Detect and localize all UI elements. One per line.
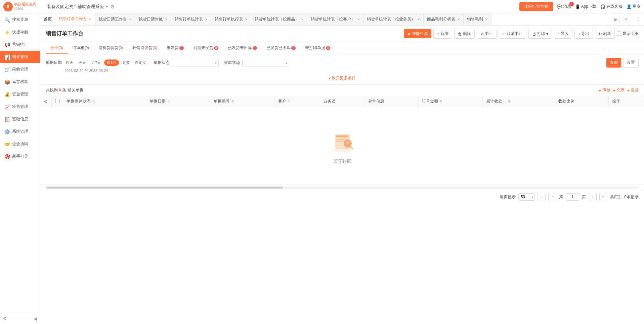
settings-icon[interactable]: ⚙: [110, 4, 115, 9]
last-page-btn[interactable]: »: [599, 193, 607, 201]
prev-page-btn[interactable]: ‹: [548, 193, 556, 201]
first-page-btn[interactable]: «: [538, 193, 546, 201]
next-page-btn[interactable]: ›: [589, 193, 597, 201]
tab-product-margin[interactable]: 商品毛利分析表 ✕: [424, 13, 464, 26]
tab-sales-by-staff[interactable]: 销货单统计表（按业务员） ✕: [363, 13, 424, 26]
tab-cash-check[interactable]: 钱货日清对账 ✕: [135, 13, 171, 26]
tab-sales-gross[interactable]: 销售毛利 ✕: [464, 13, 491, 26]
sidebar-item-marketing[interactable]: 📢 营销推广: [0, 38, 40, 51]
tab-sales-stat[interactable]: 销售订单统计表 ✕: [171, 13, 211, 26]
select-all-checkbox[interactable]: [55, 99, 59, 103]
sidebar-item-finance[interactable]: 💰 资金管理: [0, 88, 40, 100]
status-select[interactable]: [172, 59, 219, 67]
add-button[interactable]: + 新增: [433, 29, 452, 39]
tab-scroll-right[interactable]: ▶: [612, 13, 620, 26]
settings-bottom-icon[interactable]: ⚙: [3, 316, 7, 321]
sidebar-item-purchase[interactable]: 🛒 采购管理: [0, 63, 40, 76]
page-size-select[interactable]: 50 100 200: [518, 193, 535, 201]
sub-tab-shipped-out[interactable]: 已发货已出库0: [262, 42, 300, 54]
export-button[interactable]: ↓ 导出: [574, 29, 593, 39]
cancel-stop-button[interactable]: ↩ 取消中止: [499, 29, 526, 39]
sidebar-item-guide[interactable]: 🎯 新手引导: [0, 150, 40, 163]
sub-tab-shipped-not-out[interactable]: 已发货未出库0: [223, 42, 262, 54]
col-amount-sort[interactable]: ⇅: [440, 99, 442, 103]
tab-home[interactable]: 首页: [40, 13, 55, 26]
import-button[interactable]: ↑ 导入: [554, 29, 572, 39]
horizontal-scroll[interactable]: [40, 185, 644, 190]
tab-cash-daily-close[interactable]: ✕: [129, 17, 132, 21]
sub-tab-pending-review[interactable]: 待审核(0): [68, 42, 93, 54]
date-1month[interactable]: 近1月: [104, 59, 119, 66]
app-download-button[interactable]: 📱 App下载: [575, 4, 596, 9]
refresh-button[interactable]: ↻ 刷新: [595, 29, 615, 39]
print-button[interactable]: 🖨 打印 ▾: [528, 29, 552, 39]
sidebar-item-search[interactable]: 🔍 搜索菜单: [0, 13, 40, 26]
sidebar-item-quick-nav[interactable]: ⚡ 快捷导航: [0, 26, 40, 38]
show-detail-checkbox[interactable]: [617, 32, 621, 36]
tab-sales-exec[interactable]: 销售订单执行表 ✕: [211, 13, 251, 26]
table-container: ⚙ 单据整体状态 ⇅ 单据日期: [40, 96, 644, 107]
user-button[interactable]: 👤 用友: [627, 4, 641, 9]
query-button[interactable]: 查询: [606, 58, 621, 68]
date-7days[interactable]: 近7天: [89, 59, 103, 66]
tab-cash-check-close[interactable]: ✕: [165, 17, 168, 21]
col-number-sort[interactable]: ⇅: [232, 99, 234, 103]
show-detail-toggle[interactable]: 显示明细: [617, 31, 639, 37]
delete-button[interactable]: 🗑 删除: [454, 29, 475, 39]
sub-tab-pending-inspect[interactable]: 待拣货验货(0): [94, 42, 128, 54]
tab-sales-by-product[interactable]: 销货单统计表（按商品） ✕: [251, 13, 307, 26]
date-custom[interactable]: 自定义: [133, 59, 148, 66]
tab-close-all[interactable]: ✕: [620, 13, 632, 26]
sub-tab-not-printed[interactable]: 未打印单据0: [300, 42, 335, 54]
tab-sales-by-customer-close[interactable]: ✕: [357, 17, 360, 21]
ship-button[interactable]: ● 发货: [627, 87, 639, 93]
sidebar-item-inventory[interactable]: 📦 库存核算: [0, 76, 40, 88]
expand-button[interactable]: ▾ 展开更多条件: [329, 75, 356, 81]
sub-tab-not-shipped[interactable]: 未发货0: [162, 42, 188, 54]
stop-button[interactable]: ⊘ 中止: [477, 29, 497, 39]
sub-tab-all[interactable]: 全部(0): [46, 42, 68, 54]
col-customer-sort[interactable]: ⇅: [288, 99, 291, 103]
settings-button[interactable]: 设置: [623, 58, 639, 68]
gear-settings-icon[interactable]: ⚙: [44, 99, 48, 104]
export-label: 导出: [581, 31, 589, 37]
tab-sales-workbench[interactable]: 销售订单工作台 ✕: [55, 13, 95, 26]
message-button[interactable]: 💬 消息 6: [557, 4, 571, 9]
date-today[interactable]: 今天: [77, 59, 88, 66]
date-more[interactable]: 更多: [120, 59, 132, 66]
tab-sales-by-staff-close[interactable]: ✕: [417, 17, 420, 21]
tab-sales-by-product-close[interactable]: ✕: [301, 17, 304, 21]
tab-sales-stat-label: 销售订单统计表: [175, 16, 203, 22]
payment-select[interactable]: [242, 59, 289, 67]
sidebar-item-sales[interactable]: 📊 销售管理: [0, 51, 40, 63]
tab-cash-daily[interactable]: 钱货日清工作台 ✕: [95, 13, 135, 26]
tab-maximize[interactable]: □: [632, 13, 644, 26]
col-status-sort[interactable]: ⇅: [92, 99, 95, 103]
sidebar-item-enterprise[interactable]: 🤝 企业协同: [0, 138, 40, 150]
col-collected-sort[interactable]: ⇅: [508, 99, 510, 103]
sub-tab-wangpu[interactable]: 旺铺待发货(0): [128, 42, 162, 54]
smart-create-button[interactable]: ★ 智能生单: [404, 29, 431, 38]
sidebar-item-operations[interactable]: 📈 经营管理: [0, 100, 40, 113]
sub-tab-overdue[interactable]: 到期未发货0: [188, 42, 223, 54]
trial-button[interactable]: 体验行业方案: [519, 2, 553, 11]
date-yesterday[interactable]: 昨天: [64, 59, 75, 66]
page-number-input[interactable]: [566, 193, 579, 201]
collapse-icon[interactable]: ◀: [34, 316, 37, 321]
tab-sales-gross-label: 销售毛利: [467, 16, 483, 22]
sidebar-item-basic-info[interactable]: 📋 基础信息: [0, 113, 40, 125]
tab-product-margin-close[interactable]: ✕: [457, 17, 460, 21]
col-date-sort[interactable]: ⇅: [167, 99, 170, 103]
tab-sales-gross-close[interactable]: ✕: [485, 17, 488, 21]
scroll-thumb[interactable]: [46, 187, 283, 189]
tab-sales-workbench-close[interactable]: ✕: [89, 17, 92, 21]
message-icon: 💬: [557, 4, 562, 9]
tab-sales-by-customer[interactable]: 销货单统计表（按客户） ✕: [307, 13, 363, 26]
dropdown-icon[interactable]: ▾: [106, 4, 108, 9]
sidebar-item-system[interactable]: ⚙️ 系统管理: [0, 125, 40, 138]
audit-button[interactable]: ● 审核: [599, 87, 610, 93]
online-service-button[interactable]: 🎧 在线客服: [600, 4, 622, 9]
revoke-button[interactable]: ● 充审: [613, 87, 625, 93]
tab-sales-exec-close[interactable]: ✕: [245, 17, 248, 21]
tab-sales-stat-close[interactable]: ✕: [205, 17, 208, 21]
